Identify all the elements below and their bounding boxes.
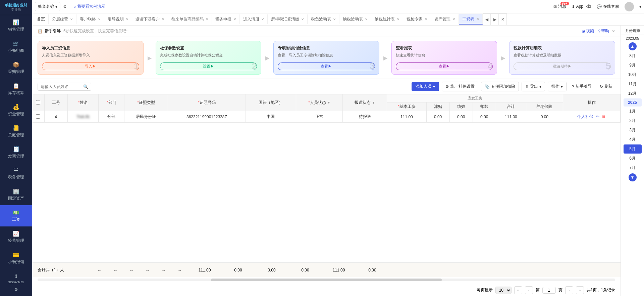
sidebar-item-发票管理[interactable]: 🧾发票管理: [0, 142, 32, 163]
tab-close-icon[interactable]: ✕: [233, 17, 236, 21]
tab-纳税统计表[interactable]: 纳税统计表✕: [371, 14, 403, 24]
sidebar-item-库存核算[interactable]: 📋库存核算: [0, 79, 32, 100]
th-checkbox[interactable]: [32, 94, 44, 111]
tab-close-icon[interactable]: ✕: [452, 17, 455, 21]
month-item-6月[interactable]: 6月: [624, 154, 642, 163]
tab-客户联络[interactable]: 客户联络✕: [76, 14, 104, 24]
month-item-1月[interactable]: 1月: [624, 107, 642, 116]
guide-btn[interactable]: ? 新手引导: [569, 82, 594, 91]
online-service-btn[interactable]: 💬 在线客服: [597, 4, 619, 9]
step-btn-5[interactable]: 敬请期待▶: [514, 62, 611, 70]
export-btn[interactable]: ⬆ 导出 ▾: [522, 82, 545, 91]
tab-纳税波动表[interactable]: 纳税波动表✕: [339, 14, 371, 24]
guide-close-btn[interactable]: ✕: [612, 29, 615, 34]
month-item-5月[interactable]: 5月: [624, 144, 642, 154]
month-item-3月[interactable]: 3月: [624, 126, 642, 135]
month-item-2025[interactable]: 2025: [624, 98, 642, 107]
report-filter-icon[interactable]: ▼: [372, 101, 375, 104]
delete-icon[interactable]: 🗑: [602, 114, 606, 119]
tab-进入清册[interactable]: 进入清册✕: [240, 14, 268, 24]
prev-page-btn[interactable]: ‹: [525, 286, 533, 294]
tab-close-icon[interactable]: ✕: [98, 17, 101, 21]
month-up-btn[interactable]: ▲: [629, 42, 637, 50]
status-filter-icon[interactable]: ▼: [327, 101, 330, 104]
month-item-10月[interactable]: 10月: [624, 70, 642, 79]
sidebar-item-税务管理[interactable]: 🏛税务管理: [0, 163, 32, 184]
tab-引导说明[interactable]: 引导说明✕: [104, 14, 132, 24]
guide-help-link[interactable]: ? 帮助: [598, 28, 609, 34]
tab-close-all-btn[interactable]: ✕: [499, 13, 507, 26]
sidebar-settings[interactable]: ⚙: [13, 283, 19, 296]
tab-税检专家[interactable]: 税检专家✕: [403, 14, 431, 24]
row-checkbox-cell[interactable]: [32, 111, 44, 123]
tab-工资表[interactable]: 工资表✕: [459, 14, 483, 25]
guide-video-link[interactable]: ◉ 视频: [582, 28, 594, 34]
tab-close-icon[interactable]: ✕: [70, 17, 73, 21]
tab-next-btn[interactable]: ▶: [491, 13, 499, 26]
demo-btn[interactable]: ○ 我要看实例演示: [73, 4, 105, 9]
tab-close-icon[interactable]: ✕: [397, 17, 399, 21]
user-selector[interactable]: 账套名称 ▾: [35, 2, 60, 11]
tab-资产管理[interactable]: 资产管理✕: [431, 14, 459, 24]
search-box[interactable]: 🔍: [38, 83, 91, 91]
tab-分层经营[interactable]: 分层经营✕: [49, 14, 76, 24]
month-down-btn[interactable]: ▼: [629, 173, 637, 181]
add-person-btn[interactable]: 添加人员 ▾: [412, 82, 439, 91]
tab-close-icon[interactable]: ✕: [206, 17, 208, 21]
month-item-12月[interactable]: 12月: [624, 89, 642, 98]
step-btn-1[interactable]: 导入▶: [42, 62, 139, 70]
month-item-11月[interactable]: 11月: [624, 80, 642, 89]
month-item-2月[interactable]: 2月: [624, 116, 642, 125]
month-item-8月[interactable]: 8月: [624, 51, 642, 60]
tab-prev-btn[interactable]: ◀: [483, 13, 491, 26]
refresh-btn[interactable]: ↻ 刷新: [597, 82, 615, 91]
sidebar-item-基础信息[interactable]: ℹ基础信息: [0, 269, 32, 283]
horizontal-scrollbar[interactable]: [32, 277, 621, 284]
tab-close-icon[interactable]: ✕: [476, 17, 479, 21]
message-btn[interactable]: ✉ 消息 99+: [553, 4, 566, 9]
sidebar-item-经营管理[interactable]: 📈经营管理: [0, 226, 32, 248]
settings-icon[interactable]: ⚙: [63, 4, 67, 9]
tab-首页[interactable]: 首页: [34, 14, 49, 24]
tab-close-icon[interactable]: ✕: [301, 17, 304, 21]
page-size-select[interactable]: 10 20 50: [495, 287, 512, 294]
tab-税负波动表[interactable]: 税负波动表✕: [308, 14, 339, 24]
month-item-4月[interactable]: 4月: [624, 135, 642, 144]
user-avatar[interactable]: [625, 2, 634, 11]
social-security-setting-btn[interactable]: ⚙ 统一社保设置: [442, 82, 478, 91]
tab-往来单位商品编码[interactable]: 往来单位商品编码✕: [168, 14, 212, 24]
sidebar-item-总账管理[interactable]: 📒总账管理: [0, 121, 32, 142]
month-item-9月[interactable]: 9月: [624, 61, 642, 70]
month-item-7月[interactable]: 7月: [624, 163, 642, 172]
tab-close-icon[interactable]: ✕: [261, 17, 264, 21]
select-all-checkbox[interactable]: [36, 100, 40, 104]
tab-所得税汇算清缴[interactable]: 所得税汇算清缴✕: [268, 14, 308, 24]
app-download-btn[interactable]: ⬇ App下载: [572, 4, 591, 9]
search-input[interactable]: [41, 84, 82, 89]
page-number-input[interactable]: [542, 287, 556, 294]
sidebar-item-固定资产[interactable]: 🏢固定资产: [0, 184, 32, 205]
sidebar-item-小畅电商[interactable]: 🛒小畅电商: [0, 36, 32, 57]
tab-close-icon[interactable]: ✕: [126, 17, 128, 21]
sidebar-item-工资[interactable]: 💵工资: [0, 205, 32, 226]
first-page-btn[interactable]: «: [514, 286, 522, 294]
step-btn-4[interactable]: 查看▶: [396, 62, 493, 70]
tab-close-icon[interactable]: ✕: [333, 17, 336, 21]
row-checkbox[interactable]: [36, 114, 40, 119]
action-btn[interactable]: 操作 ▾: [548, 82, 567, 91]
tab-close-icon[interactable]: ✕: [365, 17, 368, 21]
step-btn-2[interactable]: 设置▶: [160, 62, 257, 70]
sidebar-item-资金管理[interactable]: 💰资金管理: [0, 100, 32, 121]
tab-close-icon[interactable]: ✕: [162, 17, 164, 21]
tab-close-icon[interactable]: ✕: [425, 17, 427, 21]
sidebar-item-销售管理[interactable]: 📊销售管理: [0, 15, 32, 36]
tab-税务申报[interactable]: 税务申报✕: [212, 14, 240, 24]
personal-insurance-link[interactable]: 个人社保: [577, 114, 593, 119]
step-btn-3[interactable]: 查看▶: [278, 62, 375, 70]
sidebar-item-采购管理[interactable]: 📦采购管理: [0, 57, 32, 79]
edit-icon[interactable]: ✏: [596, 114, 599, 119]
last-page-btn[interactable]: »: [576, 286, 584, 294]
extra-deduction-btn[interactable]: 📎 专项附加扣除: [481, 82, 519, 91]
tab-邀请下游客户[interactable]: 邀请下游客户✕: [132, 14, 168, 24]
next-page-btn[interactable]: ›: [565, 286, 573, 294]
